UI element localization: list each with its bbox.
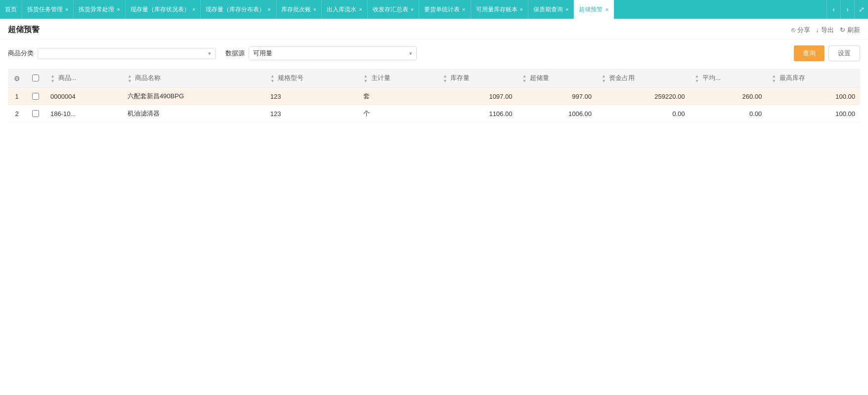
select-all-checkbox[interactable]: [32, 75, 39, 81]
chevron-down-icon: ▾: [208, 50, 211, 57]
filter-buttons: 查询 设置: [794, 45, 860, 61]
nav-tab-9[interactable]: 可用量库存账本 ×: [471, 0, 528, 19]
refresh-button[interactable]: ↻ 刷新: [840, 26, 860, 35]
col-capital-header[interactable]: ▲▼ 资金占用: [597, 70, 690, 88]
row-capital: 0.00: [597, 105, 690, 122]
nav-tab-1[interactable]: 拣货任务管理 ×: [22, 0, 74, 19]
refresh-label: 刷新: [847, 26, 860, 35]
nav-next-button[interactable]: ›: [840, 0, 854, 19]
col-avg-header[interactable]: ▲▼ 平均...: [690, 70, 767, 88]
row-capital: 259220.00: [597, 88, 690, 105]
nav-tab-8[interactable]: 要货单统计表 ×: [419, 0, 471, 19]
nav-tab-3-label: 现存量（库存状况表）: [130, 5, 190, 14]
row-maxstock: 100.00: [767, 88, 860, 105]
close-icon[interactable]: ×: [267, 6, 270, 12]
top-navigation: 首页 拣货任务管理 × 拣货异常处理 × 现存量（库存状况表） × 现存量（库存…: [0, 0, 868, 19]
nav-arrow-group: ‹ › ⤢: [826, 0, 868, 19]
nav-tab-7-label: 收发存汇总表: [373, 5, 408, 14]
col-capital-label: 资金占用: [609, 74, 635, 81]
nav-tab-6-label: 出入库流水: [327, 5, 356, 14]
share-button[interactable]: ⎋ 分享: [791, 26, 810, 35]
col-checkbox-header: [26, 70, 45, 88]
row-stock: 1106.00: [438, 105, 518, 122]
nav-expand-button[interactable]: ⤢: [854, 0, 868, 19]
col-stock-header[interactable]: ▲▼ 库存量: [438, 70, 518, 88]
datasource-filter: 数据源 可用量 ▾: [225, 46, 417, 60]
close-icon[interactable]: ×: [411, 6, 414, 12]
close-icon[interactable]: ×: [313, 6, 316, 12]
datasource-select[interactable]: 可用量 ▾: [249, 46, 417, 60]
settings-button[interactable]: 设置: [828, 45, 860, 61]
table-body: 1 0000004 六配套新昌490BPG 123 套 1097.00 997.…: [8, 88, 860, 122]
nav-tab-2[interactable]: 拣货异常处理 ×: [74, 0, 125, 19]
sort-icon: ▲▼: [50, 74, 55, 83]
row-maxstock: 100.00: [767, 105, 860, 122]
export-button[interactable]: ↓ 导出: [816, 26, 834, 35]
row-num-cell: [26, 105, 45, 122]
close-icon[interactable]: ×: [520, 6, 523, 12]
col-code-label: 商品...: [58, 74, 77, 81]
datasource-value: 可用量: [253, 49, 409, 58]
sort-icon: ▲▼: [694, 74, 699, 83]
data-table: ⚙ ▲▼ 商品... ▲▼ 商品名称 ▲▼ 规格型号 ▲▼: [8, 69, 860, 122]
col-overstock-label: 超储量: [530, 74, 549, 81]
category-select[interactable]: ▾: [38, 48, 216, 59]
row-overstock: 997.00: [517, 88, 597, 105]
row-name: 机油滤清器: [123, 105, 265, 122]
page-title: 超储预警: [8, 25, 40, 35]
col-unit-header[interactable]: ▲▼ 主计量: [358, 70, 438, 88]
close-icon[interactable]: ×: [565, 6, 568, 12]
chevron-down-icon: ▾: [409, 50, 412, 57]
row-checkbox[interactable]: [32, 110, 39, 117]
close-icon[interactable]: ×: [605, 6, 608, 12]
sort-icon: ▲▼: [522, 74, 526, 83]
nav-tab-8-label: 要货单统计表: [424, 5, 460, 14]
nav-tab-5-label: 库存批次账: [281, 5, 311, 14]
row-checkbox[interactable]: [32, 93, 39, 100]
col-overstock-header[interactable]: ▲▼ 超储量: [517, 70, 597, 88]
export-icon: ↓: [816, 26, 820, 34]
row-unit: 套: [358, 88, 438, 105]
row-gear-cell: 2: [8, 105, 26, 122]
filter-row: 商品分类 ▾ 数据源 可用量 ▾ 查询 设置: [0, 40, 868, 67]
row-num-cell: [26, 88, 45, 105]
col-unit-label: 主计量: [371, 74, 391, 81]
col-maxstock-header[interactable]: ▲▼ 最高库存: [767, 70, 860, 88]
share-icon: ⎋: [791, 26, 795, 34]
datasource-label: 数据源: [225, 49, 245, 58]
nav-tab-7[interactable]: 收发存汇总表 ×: [368, 0, 419, 19]
col-gear-header: ⚙: [8, 70, 26, 88]
col-name-header[interactable]: ▲▼ 商品名称: [123, 70, 265, 88]
nav-tab-10[interactable]: 保质期查询 ×: [528, 0, 574, 19]
close-icon[interactable]: ×: [359, 6, 362, 12]
query-button[interactable]: 查询: [794, 45, 825, 61]
sort-icon: ▲▼: [443, 74, 447, 83]
nav-tab-11[interactable]: 超储预警 ×: [574, 0, 613, 19]
col-maxstock-label: 最高库存: [780, 74, 805, 81]
nav-tab-4-label: 现存量（库存分布表）: [206, 5, 265, 14]
nav-tab-home-label: 首页: [5, 5, 17, 14]
header-actions: ⎋ 分享 ↓ 导出 ↻ 刷新: [791, 26, 861, 35]
row-name: 六配套新昌490BPG: [123, 88, 265, 105]
gear-icon[interactable]: ⚙: [14, 75, 20, 82]
category-label: 商品分类: [8, 49, 34, 58]
sort-icon: ▲▼: [772, 74, 776, 83]
nav-prev-button[interactable]: ‹: [826, 0, 840, 19]
col-spec-label: 规格型号: [278, 74, 304, 81]
row-spec: 123: [265, 88, 359, 105]
close-icon[interactable]: ×: [192, 6, 195, 12]
nav-tab-10-label: 保质期查询: [533, 5, 563, 14]
nav-tab-home[interactable]: 首页: [0, 0, 22, 19]
close-icon[interactable]: ×: [65, 6, 68, 12]
nav-tab-4[interactable]: 现存量（库存分布表） ×: [201, 0, 276, 19]
row-stock: 1097.00: [438, 88, 518, 105]
col-code-header[interactable]: ▲▼ 商品...: [45, 70, 123, 88]
nav-tab-6[interactable]: 出入库流水 ×: [322, 0, 367, 19]
close-icon[interactable]: ×: [462, 6, 465, 12]
col-spec-header[interactable]: ▲▼ 规格型号: [265, 70, 359, 88]
row-overstock: 1006.00: [517, 105, 597, 122]
export-label: 导出: [821, 26, 834, 35]
close-icon[interactable]: ×: [117, 6, 120, 12]
nav-tab-3[interactable]: 现存量（库存状况表） ×: [126, 0, 201, 19]
nav-tab-5[interactable]: 库存批次账 ×: [276, 0, 322, 19]
